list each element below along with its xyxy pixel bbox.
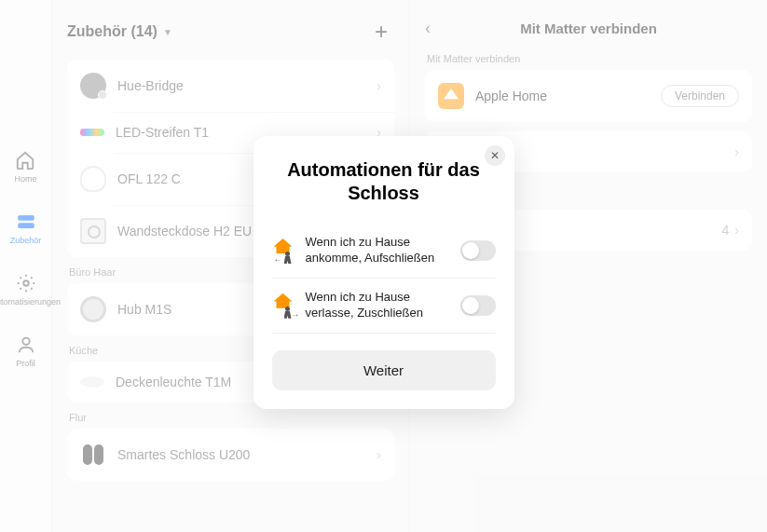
automation-row-arrive: ← Wenn ich zu Hause ankomme, Aufschließe…	[272, 224, 496, 279]
automation-text: Wenn ich zu Hause ankomme, Aufschließen	[306, 235, 451, 266]
automation-toggle-arrive[interactable]	[460, 240, 496, 261]
close-button[interactable]: ✕	[485, 145, 505, 166]
close-icon: ✕	[490, 149, 500, 162]
leave-home-icon: →	[272, 293, 296, 318]
modal-overlay[interactable]: ✕ Automationen für das Schloss ← Wenn ic…	[0, 0, 767, 532]
automation-row-leave: → Wenn ich zu Hause verlasse, Zuschließe…	[272, 279, 496, 334]
arrive-home-icon: ←	[272, 239, 296, 263]
lock-automations-modal: ✕ Automationen für das Schloss ← Wenn ic…	[253, 136, 514, 409]
automation-text: Wenn ich zu Hause verlasse, Zuschließen	[306, 290, 451, 321]
continue-button[interactable]: Weiter	[272, 350, 496, 390]
automation-toggle-leave[interactable]	[460, 295, 496, 316]
modal-title: Automationen für das Schloss	[272, 158, 496, 205]
